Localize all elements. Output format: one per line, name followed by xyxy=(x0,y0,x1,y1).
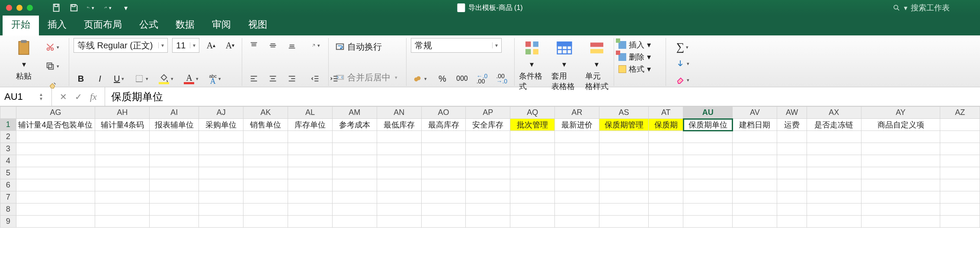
cell-AW4[interactable] xyxy=(777,155,807,167)
cell-AX5[interactable] xyxy=(807,167,861,179)
cell-AJ9[interactable] xyxy=(199,216,243,228)
cell-AW8[interactable] xyxy=(777,203,807,216)
cell-AQ9[interactable] xyxy=(510,216,555,228)
cell-reference-input[interactable] xyxy=(0,91,39,102)
cell-AS4[interactable] xyxy=(599,155,648,167)
align-left-button[interactable] xyxy=(247,71,261,86)
cell-AJ7[interactable] xyxy=(199,191,243,203)
customize-qat-button[interactable]: ▾ xyxy=(121,3,131,13)
cell-AL4[interactable] xyxy=(288,155,333,167)
search-workbook[interactable]: ▾ xyxy=(893,3,976,13)
align-top-button[interactable] xyxy=(247,38,261,53)
cell-AS1[interactable]: 保质期管理 xyxy=(599,119,648,131)
tab-插入[interactable]: 插入 xyxy=(39,14,75,35)
cell-AI3[interactable] xyxy=(150,143,199,155)
search-input[interactable] xyxy=(911,3,976,13)
cell-AW3[interactable] xyxy=(777,143,807,155)
cell-AQ7[interactable] xyxy=(510,191,555,203)
column-header-AV[interactable]: AV xyxy=(733,107,777,119)
cell-AR6[interactable] xyxy=(555,179,599,191)
cell-AN9[interactable] xyxy=(377,216,421,228)
cell-AQ3[interactable] xyxy=(510,143,555,155)
cell-AP8[interactable] xyxy=(466,203,510,216)
cell-AY9[interactable] xyxy=(861,216,940,228)
cell-AZ5[interactable] xyxy=(940,167,980,179)
underline-button[interactable]: U▾ xyxy=(112,71,128,86)
cell-AL7[interactable] xyxy=(288,191,333,203)
column-header-AY[interactable]: AY xyxy=(861,107,940,119)
cell-AH9[interactable] xyxy=(95,216,150,228)
italic-button[interactable]: I xyxy=(93,71,107,86)
cell-AI7[interactable] xyxy=(150,191,199,203)
cell-AW5[interactable] xyxy=(777,167,807,179)
align-right-button[interactable] xyxy=(285,71,299,86)
cell-AR9[interactable] xyxy=(555,216,599,228)
cell-AU4[interactable] xyxy=(683,155,733,167)
cell-AR1[interactable]: 最新进价 xyxy=(555,119,599,131)
cell-AX2[interactable] xyxy=(807,131,861,143)
cell-AT5[interactable] xyxy=(649,167,683,179)
row-header-2[interactable]: 2 xyxy=(0,131,16,143)
tab-审阅[interactable]: 审阅 xyxy=(203,14,240,35)
cancel-formula-button[interactable]: ✕ xyxy=(60,92,67,102)
cell-AH6[interactable] xyxy=(95,179,150,191)
cell-AL3[interactable] xyxy=(288,143,333,155)
fill-color-button[interactable]: ▾ xyxy=(157,71,177,86)
cell-AH2[interactable] xyxy=(95,131,150,143)
align-center-button[interactable] xyxy=(266,71,280,86)
cell-AY2[interactable] xyxy=(861,131,940,143)
column-header-AW[interactable]: AW xyxy=(777,107,807,119)
cell-AM2[interactable] xyxy=(332,131,377,143)
cell-AI1[interactable]: 报表辅单位 xyxy=(150,119,199,131)
cell-AH8[interactable] xyxy=(95,203,150,216)
column-header-AI[interactable]: AI xyxy=(150,107,199,119)
autosum-button[interactable]: ∑▾ xyxy=(670,40,696,54)
cell-AH4[interactable] xyxy=(95,155,150,167)
cell-AW6[interactable] xyxy=(777,179,807,191)
cell-AK1[interactable]: 销售单位 xyxy=(243,119,288,131)
cell-AK7[interactable] xyxy=(243,191,288,203)
minimize-window-button[interactable] xyxy=(16,5,22,11)
cell-AP2[interactable] xyxy=(466,131,510,143)
cell-AV1[interactable]: 建档日期 xyxy=(733,119,777,131)
cell-AR5[interactable] xyxy=(555,167,599,179)
cell-AP9[interactable] xyxy=(466,216,510,228)
cell-AQ1[interactable]: 批次管理 xyxy=(510,119,555,131)
cell-AT7[interactable] xyxy=(649,191,683,203)
close-window-button[interactable] xyxy=(6,5,12,11)
format-cells-button[interactable]: 格式▾ xyxy=(618,64,661,74)
cell-AV8[interactable] xyxy=(733,203,777,216)
cell-AS6[interactable] xyxy=(599,179,648,191)
cell-AS2[interactable] xyxy=(599,131,648,143)
clear-button[interactable]: ▾ xyxy=(670,73,696,87)
cell-AT9[interactable] xyxy=(649,216,683,228)
zoom-window-button[interactable] xyxy=(27,5,33,11)
cell-AM5[interactable] xyxy=(332,167,377,179)
row-header-1[interactable]: 1 xyxy=(0,119,16,131)
tab-页面布局[interactable]: 页面布局 xyxy=(75,14,131,35)
insert-cells-button[interactable]: 插入▾ xyxy=(618,40,661,50)
cell-AW2[interactable] xyxy=(777,131,807,143)
cell-AH5[interactable] xyxy=(95,167,150,179)
row-header-6[interactable]: 6 xyxy=(0,179,16,191)
cell-AN2[interactable] xyxy=(377,131,421,143)
cell-AW7[interactable] xyxy=(777,191,807,203)
cell-AL6[interactable] xyxy=(288,179,333,191)
cell-AR4[interactable] xyxy=(555,155,599,167)
cell-AX9[interactable] xyxy=(807,216,861,228)
cell-AY4[interactable] xyxy=(861,155,940,167)
cell-AU2[interactable] xyxy=(683,131,733,143)
cell-AZ2[interactable] xyxy=(940,131,980,143)
cell-AX1[interactable]: 是否走冻链 xyxy=(807,119,861,131)
cell-AP7[interactable] xyxy=(466,191,510,203)
bold-button[interactable]: B xyxy=(74,71,88,86)
save-icon[interactable] xyxy=(69,3,79,13)
cell-AJ6[interactable] xyxy=(199,179,243,191)
cell-AZ8[interactable] xyxy=(940,203,980,216)
cell-AN4[interactable] xyxy=(377,155,421,167)
cell-AM8[interactable] xyxy=(332,203,377,216)
cell-AV9[interactable] xyxy=(733,216,777,228)
merge-center-button[interactable]: 合并后居中▾ xyxy=(333,70,401,85)
borders-button[interactable]: ▾ xyxy=(132,71,152,86)
cell-AY7[interactable] xyxy=(861,191,940,203)
